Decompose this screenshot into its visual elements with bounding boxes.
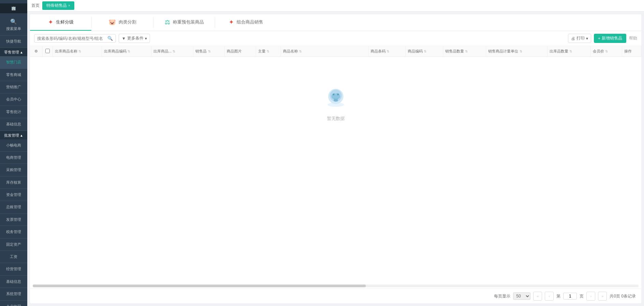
help-button[interactable]: 帮助	[629, 35, 637, 41]
sidebar-item-salary[interactable]: 工资	[0, 251, 27, 263]
col-checkbox[interactable]	[42, 46, 53, 57]
empty-text: 暂无数据	[327, 116, 345, 122]
first-page-icon: «	[537, 294, 539, 298]
sidebar-item-tax-mgmt[interactable]: 税务管理	[0, 226, 27, 238]
search-box[interactable]: 🔍	[34, 34, 116, 43]
scrollbar-thumb[interactable]	[33, 285, 366, 287]
sidebar-item-ecommerce-mgmt[interactable]: 电商管理	[0, 152, 27, 164]
sort-icon-5[interactable]: ⇅	[267, 49, 269, 53]
sidebar-item-general-ledger[interactable]: 总账管理	[0, 201, 27, 213]
finance-mgmt-label: 资金管理	[6, 193, 21, 197]
sidebar-item-quick-nav[interactable]: 快捷导航	[0, 35, 27, 48]
mini-ecommerce-label: 小畅电商	[6, 143, 21, 147]
svg-point-3	[333, 94, 334, 95]
tab-fresh-grade[interactable]: ✦ 生鲜分级	[30, 14, 91, 31]
sidebar-item-operations-mgmt[interactable]: 经营管理	[0, 263, 27, 275]
new-sales-product-button[interactable]: + 新增销售品	[594, 34, 626, 43]
empty-state: 暂无数据	[30, 57, 641, 149]
horizontal-scrollbar[interactable]	[33, 285, 639, 287]
first-page-button[interactable]: «	[533, 292, 542, 301]
sort-icon-4[interactable]: ⇅	[208, 49, 211, 53]
table-container: ⚙ 出库商品名称 ⇅ 出库商品编码 ⇅	[30, 46, 641, 283]
tab-weighed-packed-label: 称重预包装商品	[173, 19, 204, 25]
sidebar-item-search-menu[interactable]: 🔍 搜索菜单	[0, 15, 27, 35]
sort-icon-11[interactable]: ⇅	[569, 49, 572, 53]
prev-page-icon: ‹	[549, 294, 550, 298]
sidebar-item-finance-mgmt[interactable]: 资金管理	[0, 189, 27, 201]
sidebar-item-base-info-2[interactable]: 基础信息	[0, 276, 27, 288]
search-icon: 🔍	[107, 36, 113, 41]
page-size-select[interactable]: 50 10 20 100	[513, 292, 530, 300]
sort-icon-8[interactable]: ⇅	[424, 49, 426, 53]
print-arrow-icon: ▾	[586, 36, 588, 41]
sidebar-item-mini-ecommerce[interactable]: 小畅电商	[0, 139, 27, 152]
weighed-packed-icon: ⚖	[165, 18, 170, 26]
sidebar-item-retail-stats[interactable]: 零售统计	[0, 106, 27, 118]
retail-mall-label: 零售商城	[6, 73, 21, 77]
products-table: ⚙ 出库商品名称 ⇅ 出库商品编码 ⇅	[30, 46, 641, 57]
filter-icon: ▼	[122, 36, 126, 41]
sidebar-item-wholesale-mgmt[interactable]: 批发管理 ▲	[0, 131, 27, 139]
print-button[interactable]: 🖨 打印 ▾	[568, 34, 591, 43]
member-center-label: 会员中心	[6, 97, 21, 101]
sidebar-item-purchase-mgmt[interactable]: 采购管理	[0, 164, 27, 176]
col-sales-unit: 销售商品计量单位 ⇅	[486, 46, 548, 57]
col-out-qty: 出库品数量 ⇅	[548, 46, 591, 57]
general-ledger-label: 总账管理	[6, 205, 21, 209]
prev-page-button[interactable]: ‹	[545, 292, 554, 301]
sidebar-logo: 🏢	[0, 3, 27, 13]
gear-col-icon: ⚙	[34, 49, 38, 53]
sidebar-item-invoice-mgmt[interactable]: 发票管理	[0, 214, 27, 226]
toolbar: 🔍 ▼ 更多条件 ▾ 🖨 打印 ▾ + 新增销售品 帮助	[30, 31, 641, 46]
tab-meat-cut-label: 肉类分割	[119, 19, 136, 25]
sidebar-item-retail-mall[interactable]: 零售商城	[0, 69, 27, 81]
ecommerce-mgmt-label: 电商管理	[6, 155, 21, 159]
inventory-check-label: 库存核算	[6, 180, 21, 184]
col-product-name: 商品名称 ⇅	[281, 46, 369, 57]
tab-combo-sales[interactable]: ✦ 组合商品销售	[215, 14, 276, 31]
new-icon: +	[598, 36, 600, 41]
last-page-button[interactable]: »	[598, 292, 607, 301]
sidebar-item-smart-store[interactable]: 智慧门店	[0, 56, 27, 68]
sidebar-item-system-mgmt[interactable]: 系统管理	[0, 288, 27, 300]
svg-point-4	[337, 94, 339, 95]
sort-icon-9[interactable]: ⇅	[465, 49, 468, 53]
sidebar-item-enterprise-coop[interactable]: 企业协同	[0, 301, 27, 306]
home-breadcrumb[interactable]: 首页	[31, 3, 40, 9]
new-label: 新增销售品	[602, 35, 622, 41]
sidebar-item-retail-mgmt[interactable]: 零售管理 ▲	[0, 48, 27, 56]
search-input[interactable]	[37, 36, 107, 41]
filter-label: 更多条件	[127, 35, 144, 41]
base-info-2-label: 基础信息	[6, 279, 21, 284]
col-sales-product: 销售品 ⇅	[193, 46, 225, 57]
sort-icon[interactable]: ⇅	[78, 49, 81, 53]
sort-icon-7[interactable]: ⇅	[387, 49, 389, 53]
page-suffix: 页	[580, 293, 584, 299]
print-label: 打印	[576, 35, 585, 41]
col-gear[interactable]: ⚙	[30, 46, 42, 57]
close-tab-icon[interactable]: ×	[68, 4, 70, 7]
active-tab[interactable]: 特殊销售品 ×	[42, 1, 74, 10]
meat-cut-icon: 🐷	[108, 18, 116, 26]
sort-icon-10[interactable]: ⇅	[520, 49, 522, 53]
sidebar-item-marketing[interactable]: 营销推广	[0, 81, 27, 93]
tab-meat-cut[interactable]: 🐷 肉类分割	[92, 14, 153, 31]
col-member-price: 会员价 ⇅	[591, 46, 622, 57]
col-out-product-name: 出库商品名称 ⇅	[53, 46, 102, 57]
smart-store-label: 智慧门店	[6, 60, 21, 64]
page-size-label: 每页显示	[494, 293, 510, 299]
retail-mgmt-arrow: ▲	[20, 50, 23, 54]
sidebar-item-fixed-assets[interactable]: 固定资产	[0, 239, 27, 251]
page-number-input[interactable]	[563, 293, 577, 300]
sort-icon-2[interactable]: ⇅	[128, 49, 130, 53]
sort-icon-6[interactable]: ⇅	[299, 49, 302, 53]
sidebar-item-inventory-check[interactable]: 库存核算	[0, 177, 27, 189]
sort-icon-3[interactable]: ⇅	[173, 49, 175, 53]
sort-icon-12[interactable]: ⇅	[605, 49, 608, 53]
sidebar-item-base-info[interactable]: 基础信息	[0, 118, 27, 131]
tab-weighed-packed[interactable]: ⚖ 称重预包装商品	[153, 14, 215, 31]
select-all-checkbox[interactable]	[45, 49, 50, 53]
sidebar-item-member-center[interactable]: 会员中心	[0, 93, 27, 106]
filter-button[interactable]: ▼ 更多条件 ▾	[119, 34, 150, 43]
next-page-button[interactable]: ›	[586, 292, 595, 301]
